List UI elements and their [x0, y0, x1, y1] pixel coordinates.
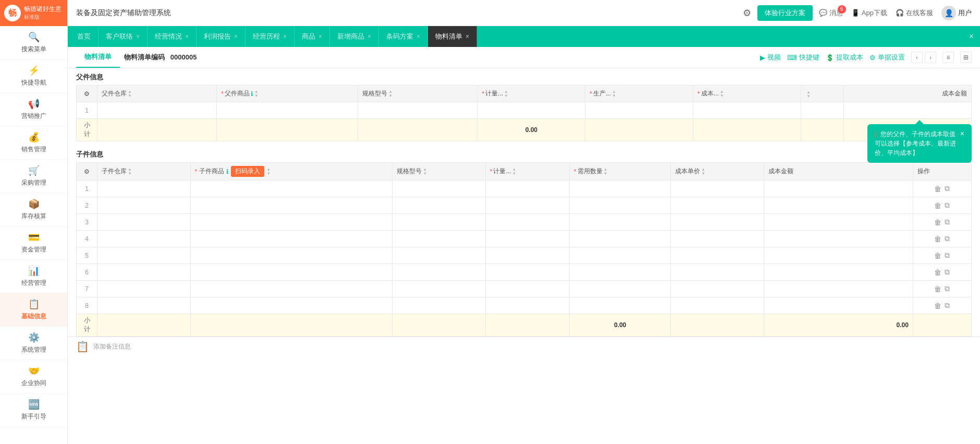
- shortcut-action[interactable]: ⌨ 快捷键: [787, 53, 819, 62]
- child-warehouse-cell-6[interactable]: [97, 264, 191, 281]
- child-warehouse-cell-5[interactable]: [97, 247, 191, 264]
- tab-customer-close[interactable]: ×: [136, 33, 140, 40]
- tab-goods[interactable]: 商品 ×: [295, 26, 330, 47]
- tab-goods-close[interactable]: ×: [318, 33, 322, 40]
- child-unit-cell-6[interactable]: [485, 264, 569, 281]
- child-qty-cell-6[interactable]: [569, 264, 670, 281]
- child-qty-cell-5[interactable]: [569, 247, 670, 264]
- child-warehouse-cell-8[interactable]: [97, 297, 191, 314]
- child-unit-cost-cell-4[interactable]: [671, 231, 764, 247]
- child-qty-cell-4[interactable]: [569, 231, 670, 247]
- copy-icon-5[interactable]: ⧉: [945, 251, 950, 260]
- child-product-cell-8[interactable]: [190, 297, 393, 314]
- child-unit-cost-cell-1[interactable]: [671, 181, 764, 197]
- child-spec-cell-7[interactable]: [393, 281, 486, 297]
- parent-spec-cell-1[interactable]: [358, 102, 477, 119]
- tab-business-close[interactable]: ×: [185, 33, 189, 40]
- sidebar-item-operations[interactable]: 📊 经营管理: [0, 260, 67, 293]
- sidebar-item-basic-info[interactable]: 📋 基础信息: [0, 293, 67, 327]
- copy-icon-6[interactable]: ⧉: [945, 268, 950, 277]
- parent-remark-cell-1[interactable]: [801, 102, 843, 119]
- child-spec-cell-5[interactable]: [393, 247, 486, 264]
- user-button[interactable]: 👤 用户: [941, 6, 972, 20]
- tab-bom[interactable]: 物料清单 ×: [428, 26, 477, 47]
- child-spec-cell-1[interactable]: [393, 181, 486, 197]
- online-service-button[interactable]: 🎧 在线客服: [896, 8, 933, 18]
- delete-icon-5[interactable]: 🗑: [934, 251, 941, 260]
- grid-view-button[interactable]: ≡: [942, 52, 954, 63]
- tooltip-close-button[interactable]: ×: [960, 128, 964, 139]
- child-unit-cost-cell-5[interactable]: [671, 247, 764, 264]
- delete-icon-8[interactable]: 🗑: [934, 302, 941, 310]
- sidebar-item-sales[interactable]: 💰 销售管理: [0, 126, 67, 160]
- child-qty-cell-3[interactable]: [569, 214, 670, 231]
- child-product-cell-5[interactable]: [190, 247, 393, 264]
- delete-icon-4[interactable]: 🗑: [934, 235, 941, 243]
- delete-icon-3[interactable]: 🗑: [934, 218, 941, 226]
- child-warehouse-cell-4[interactable]: [97, 231, 191, 247]
- cost-action[interactable]: 💲 提取成本: [826, 53, 863, 62]
- child-spec-cell-2[interactable]: [393, 197, 486, 214]
- child-product-cell-6[interactable]: [190, 264, 393, 281]
- tab-home[interactable]: 首页: [70, 26, 99, 47]
- copy-icon-7[interactable]: ⧉: [945, 284, 950, 293]
- child-product-cell-4[interactable]: [190, 231, 393, 247]
- tab-new-goods-close[interactable]: ×: [368, 33, 371, 40]
- child-product-cell-1[interactable]: [190, 181, 393, 197]
- child-unit-cell-8[interactable]: [485, 297, 569, 314]
- tab-barcode-close[interactable]: ×: [416, 33, 420, 40]
- child-spec-cell-8[interactable]: [393, 297, 486, 314]
- tab-business[interactable]: 经营情况 ×: [148, 26, 197, 47]
- settings-cog-icon[interactable]: ⚙: [84, 90, 90, 98]
- parent-unit-cell-1[interactable]: [477, 102, 585, 119]
- app-download-button[interactable]: 📱 App下载: [851, 8, 887, 18]
- parent-warehouse-cell-1[interactable]: [97, 102, 217, 119]
- sidebar-item-guide[interactable]: 🆕 新手引导: [0, 393, 67, 427]
- child-unit-cost-cell-6[interactable]: [671, 264, 764, 281]
- video-action[interactable]: ▶ 视频: [760, 53, 781, 62]
- child-product-cell-7[interactable]: [190, 281, 393, 297]
- settings-icon[interactable]: ⚙: [743, 7, 751, 19]
- delete-icon-2[interactable]: 🗑: [934, 201, 941, 210]
- list-view-button[interactable]: ⊞: [960, 52, 972, 63]
- child-unit-cell-1[interactable]: [485, 181, 569, 197]
- child-unit-cell-7[interactable]: [485, 281, 569, 297]
- setting-action[interactable]: ⚙ 单据设置: [869, 53, 905, 62]
- sidebar-item-quick-nav[interactable]: ⚡ 快捷导航: [0, 59, 67, 93]
- child-unit-cost-cell-3[interactable]: [671, 214, 764, 231]
- sidebar-item-inventory[interactable]: 📦 库存核算: [0, 193, 67, 226]
- copy-icon-3[interactable]: ⧉: [945, 218, 950, 226]
- delete-icon-1[interactable]: 🗑: [934, 185, 941, 193]
- tab-customer[interactable]: 客户联络 ×: [99, 26, 148, 47]
- sidebar-item-marketing[interactable]: 📢 营销推广: [0, 93, 67, 126]
- delete-icon-7[interactable]: 🗑: [934, 285, 941, 293]
- tab-barcode[interactable]: 条码方案 ×: [379, 26, 428, 47]
- child-unit-cell-2[interactable]: [485, 197, 569, 214]
- parent-product-cell-1[interactable]: [217, 102, 358, 119]
- child-unit-cost-cell-8[interactable]: [671, 297, 764, 314]
- tab-history-close[interactable]: ×: [283, 33, 287, 40]
- child-warehouse-cell-2[interactable]: [97, 197, 191, 214]
- copy-icon-1[interactable]: ⧉: [945, 184, 950, 193]
- trial-button[interactable]: 体验行业方案: [757, 5, 813, 21]
- child-unit-cell-3[interactable]: [485, 214, 569, 231]
- child-spec-cell-6[interactable]: [393, 264, 486, 281]
- child-settings-cog-icon[interactable]: ⚙: [84, 168, 90, 175]
- tab-bom-close[interactable]: ×: [466, 33, 469, 40]
- child-product-cell-2[interactable]: [190, 197, 393, 214]
- tab-profit[interactable]: 利润报告 ×: [197, 26, 246, 47]
- child-unit-cost-cell-2[interactable]: [671, 197, 764, 214]
- parent-production-cell-1[interactable]: [585, 102, 693, 119]
- sidebar-item-search[interactable]: 🔍 搜索菜单: [0, 26, 67, 59]
- parent-cost-cell-1[interactable]: [693, 102, 801, 119]
- sidebar-item-enterprise[interactable]: 🤝 企业协同: [0, 360, 67, 393]
- tab-new-goods[interactable]: 新增商品 ×: [330, 26, 379, 47]
- scan-button[interactable]: 扫码录入: [231, 166, 264, 177]
- child-spec-cell-3[interactable]: [393, 214, 486, 231]
- tab-profit-close[interactable]: ×: [234, 33, 238, 40]
- child-unit-cell-5[interactable]: [485, 247, 569, 264]
- child-qty-cell-8[interactable]: [569, 297, 670, 314]
- copy-icon-8[interactable]: ⧉: [945, 301, 950, 310]
- child-product-cell-3[interactable]: [190, 214, 393, 231]
- copy-icon-2[interactable]: ⧉: [945, 201, 950, 210]
